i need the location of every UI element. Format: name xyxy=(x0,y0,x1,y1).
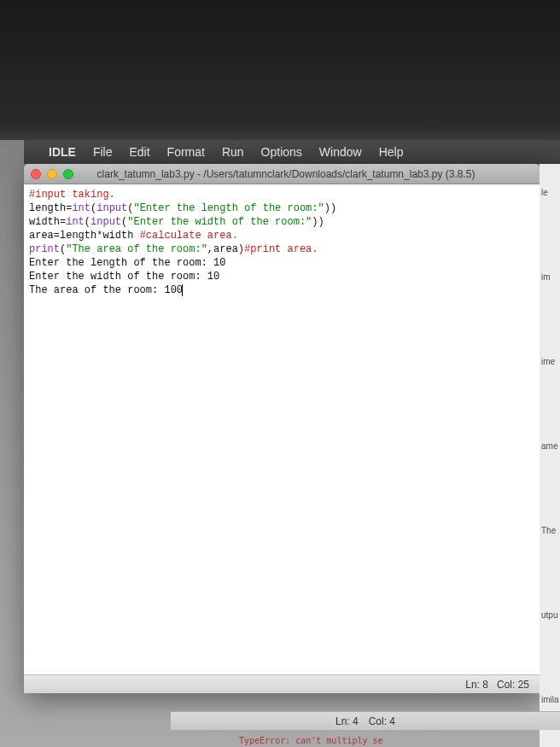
bg-text-fragment: im xyxy=(541,272,551,282)
code-token: area=length*width xyxy=(29,230,140,242)
menu-help[interactable]: Help xyxy=(371,143,411,161)
code-editor[interactable]: #input taking. length=int(input("Enter t… xyxy=(24,184,540,674)
text-cursor xyxy=(182,284,183,296)
bg-text-fragment: le xyxy=(541,188,548,197)
code-token: "The area of the room:" xyxy=(66,243,207,255)
code-token: int xyxy=(72,202,90,214)
bg-text-fragment: The xyxy=(541,526,556,535)
code-line: #input taking. xyxy=(29,189,115,201)
code-token: "Enter the length of the room:" xyxy=(133,202,324,214)
menu-edit[interactable]: Edit xyxy=(121,143,157,161)
monitor-bezel xyxy=(0,0,560,140)
code-line: Enter the length of the room: 10 xyxy=(29,257,225,269)
bg-text-fragment: imila xyxy=(541,695,559,704)
code-token: )) xyxy=(324,202,336,214)
code-token: ,area) xyxy=(207,243,244,255)
close-icon[interactable] xyxy=(31,169,41,179)
code-token: #calculate area. xyxy=(140,230,238,242)
code-token: input xyxy=(96,202,127,214)
code-token: )) xyxy=(312,216,324,228)
window-controls xyxy=(31,169,73,179)
menu-file[interactable]: File xyxy=(85,143,120,161)
zoom-icon[interactable] xyxy=(63,169,73,179)
menu-options[interactable]: Options xyxy=(254,143,310,161)
menu-format[interactable]: Format xyxy=(160,143,213,161)
bg-status-line: Ln: 4 xyxy=(335,715,359,727)
background-error-text: TypeError: can't multiply se xyxy=(239,736,383,745)
code-token: "Enter the width of the room:" xyxy=(127,216,312,228)
window-titlebar[interactable]: clark_tatumn_lab3.py - /Users/tatumnclar… xyxy=(24,164,540,184)
code-token: print xyxy=(29,243,60,255)
background-window-fragment: le im ime ame The utpu imila xyxy=(540,164,560,747)
bg-text-fragment: ame xyxy=(541,441,557,451)
background-statusbar: Ln: 4 Col: 4 xyxy=(171,711,560,730)
code-line: Enter the width of the room: 10 xyxy=(29,271,219,283)
bg-text-fragment: utpu xyxy=(541,610,557,620)
bg-text-fragment: ime xyxy=(541,357,555,366)
code-token: #print area. xyxy=(244,243,318,255)
window-title: clark_tatumn_lab3.py - /Users/tatumnclar… xyxy=(82,168,533,180)
code-line: The area of the room: 100 xyxy=(29,284,183,296)
code-token: width= xyxy=(29,216,66,228)
menu-window[interactable]: Window xyxy=(312,143,370,161)
menu-app-name[interactable]: IDLE xyxy=(41,143,84,161)
code-token: int xyxy=(66,216,85,228)
status-col: Col: 25 xyxy=(497,679,529,691)
idle-editor-window: clark_tatumn_lab3.py - /Users/tatumnclar… xyxy=(24,164,540,693)
code-token: ( xyxy=(85,216,90,228)
code-token: input xyxy=(90,216,121,228)
minimize-icon[interactable] xyxy=(47,169,57,179)
bg-status-col: Col: 4 xyxy=(369,715,395,727)
status-line: Ln: 8 xyxy=(465,679,488,691)
editor-statusbar: Ln: 8 Col: 25 xyxy=(24,674,540,693)
macos-menubar: IDLE File Edit Format Run Options Window… xyxy=(24,140,560,164)
code-token: length= xyxy=(29,202,72,214)
menu-run[interactable]: Run xyxy=(214,143,252,161)
